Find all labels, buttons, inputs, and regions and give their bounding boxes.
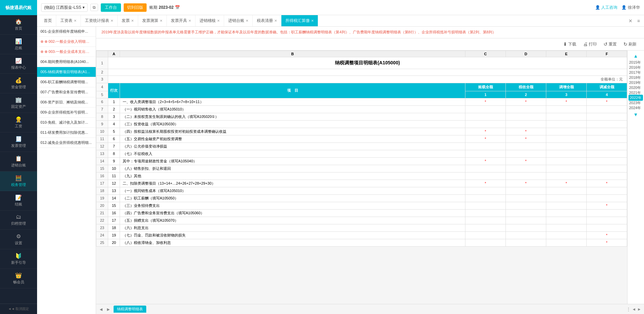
tab-salary-stats[interactable]: 工资统计报表 ✕ [81, 15, 118, 26]
table-row[interactable]: 16 11 （九）其他 [96, 172, 627, 180]
table-row[interactable]: 11 6 （五）交易性金融资产初始投资调整 * * [96, 135, 627, 143]
print-button[interactable]: 🖨 打印 [581, 40, 599, 48]
left-panel-item-8[interactable]: 009-企业所得税抵补亏损明... [37, 107, 96, 118]
table-row[interactable]: 7 2 （一）视同销售收入（填写A105010） [96, 105, 627, 113]
tab-invoice-open-close[interactable]: ✕ [188, 19, 191, 23]
table-row[interactable]: 15 10 （八）销售折扣、折让和退回 [96, 165, 627, 172]
left-panel-item-5[interactable]: 006-职工薪酬纳税调整明细... [37, 77, 96, 87]
reset-button[interactable]: ↺ 重置 [602, 40, 619, 48]
left-panel-item-4[interactable]: 005-纳税调整项目明细表(A1... [37, 67, 96, 77]
unpin-button[interactable]: ◄◄ 取消固定 [0, 304, 37, 314]
sidebar-item-vip[interactable]: 👑 畅会员 [0, 269, 37, 288]
tab-check-close[interactable]: ✕ [217, 19, 220, 23]
sidebar-item-assets[interactable]: 🏢 固定资产 [0, 93, 37, 113]
table-row[interactable]: 21 16 （四）广告费和业务宣传费支出（填写A105060） [96, 209, 627, 217]
table-row[interactable]: 6 1 一、收入类调整项目（2+3+4+5+6+7+8+10+11） * * *… [96, 98, 627, 105]
table-row[interactable]: 10 5 （四）按权益法核算长期股权投资对初始投资成本调整确认收益 * * [96, 128, 627, 135]
purchase-sales-icon: 📋 [15, 155, 22, 162]
table-row[interactable]: 18 13 （一）视同销售成本（填写A105010） [96, 187, 627, 194]
sidebar-item-closing[interactable]: 📝 结账 [0, 191, 37, 211]
sheet-tab-main[interactable]: 纳税调整明细表 [114, 306, 146, 313]
scroll-right[interactable]: ► [637, 307, 641, 312]
sidebar-item-reports[interactable]: 📈 报表中心 [0, 54, 37, 74]
table-row[interactable]: 13 8 （七）不征税收入 [96, 150, 627, 157]
sidebar-item-finance[interactable]: 💰 资金管理 [0, 74, 37, 93]
sidebar-item-settings[interactable]: ⚙ 设置 [0, 230, 37, 249]
refresh-button[interactable]: ↻ 刷新 [621, 40, 639, 48]
content-area: 001-企业所得税年度纳税申...⊗ 002-一般企业收入明细表(A1...⊗ … [37, 27, 644, 314]
period-calendar-icon[interactable]: 📅 [175, 5, 180, 10]
sheet-main[interactable]: A B C D E F 1 纳税调整项目明细表(A105000)23 全额单位：… [96, 51, 627, 304]
left-panel-item-1[interactable]: ⊗ 002-一般企业收入明细表(A1... [37, 37, 96, 47]
tab-invoice-calc[interactable]: 发票测算 ✕ [138, 15, 167, 26]
close-tab-button[interactable]: ✕ [627, 18, 634, 24]
sidebar-item-purchase-sales[interactable]: 📋 进销台账 [0, 152, 37, 171]
scroll-left[interactable]: ◄ [632, 307, 636, 312]
sidebar-item-guide[interactable]: 🔰 新手引导 [0, 249, 37, 269]
left-panel-item-0[interactable]: 001-企业所得税年度纳税申... [37, 27, 96, 37]
tab-salary-close[interactable]: ✕ [74, 19, 76, 23]
table-row[interactable]: 23 18 （六）利息支出 [96, 224, 627, 231]
tab-salary-stats-close[interactable]: ✕ [111, 19, 113, 23]
tab-invoice-open[interactable]: 发票开具 ✕ [167, 15, 195, 26]
left-panel-item-2[interactable]: ⊗ 003-一般企业成本支出明细... [37, 47, 96, 57]
tab-tax-table-label: 税表清册 [257, 18, 273, 24]
sidebar-item-guide-label: 新手引导 [11, 260, 26, 265]
year-up-button[interactable]: ▲ [634, 53, 638, 59]
sidebar-item-archive[interactable]: 🗂 归档管理 [0, 211, 37, 230]
left-panel-item-7[interactable]: 008-资产折旧、摊销及纳税... [37, 97, 96, 107]
left-panel-item-3[interactable]: 004-期间费用明细表(A1040... [37, 57, 96, 67]
tab-invoice-close[interactable]: ✕ [131, 19, 134, 23]
copy-button[interactable]: ⧉ [90, 4, 98, 11]
download-button[interactable]: ⬇ 下载 [561, 40, 578, 48]
tab-check[interactable]: 进销稽核 ✕ [195, 15, 224, 26]
tab-tax-table[interactable]: 税表清册 ✕ [253, 15, 281, 26]
left-panel-item-6[interactable]: 007-广告费和业务宣传费明... [37, 87, 96, 97]
warning-bar: 2019年度涉及取以前年度继续数据的申报表单元格需要手工维护正确，才能保证本年及… [96, 27, 644, 38]
tab-ledger-close[interactable]: ✕ [246, 19, 248, 23]
company-selector[interactable]: (物副) 江西股金-LSS ▾ [41, 3, 88, 12]
tab-invoice-calc-close[interactable]: ✕ [160, 19, 162, 23]
year-down-button[interactable]: ▼ [634, 112, 638, 117]
table-row[interactable]: 24 19 （七）罚金、罚款和被没收财物的损失 * [96, 231, 627, 239]
support-link[interactable]: 👤 人工咨询 [595, 5, 617, 10]
sheet-nav-right[interactable]: ► [106, 307, 111, 312]
tab-salary[interactable]: 工资表 ✕ [56, 15, 81, 26]
tab-home[interactable]: 首页 [40, 15, 56, 26]
switch-button[interactable]: 切到旧版 [124, 3, 147, 12]
sidebar-item-salary[interactable]: 👷 工资 [0, 113, 37, 132]
tab-invoice[interactable]: 发票 ✕ [118, 15, 138, 26]
tab-ledger[interactable]: 进销台账 ✕ [224, 15, 253, 26]
left-panel-item-11[interactable]: 012-减免企业所得税优惠明细... [37, 138, 96, 148]
sidebar-item-invoice[interactable]: 🧾 发票管理 [0, 132, 37, 152]
sidebar-item-home[interactable]: 🏠 首页 [0, 15, 37, 35]
sidebar-item-tax[interactable]: 🧮 税务管理 [0, 171, 37, 191]
table-row[interactable]: 22 17 （五）捐赠支出（填写A105070） [96, 217, 627, 224]
tab-tax-table-close[interactable]: ✕ [274, 19, 277, 23]
sidebar-item-ledger[interactable]: 📊 总账 [0, 35, 37, 54]
user-menu[interactable]: 👤 徐泽华 [621, 5, 640, 10]
table-row[interactable]: 12 7 （六）公允价值变动净损益 [96, 143, 627, 150]
left-panel-item-10[interactable]: 011-研发费用加计扣除优惠... [37, 128, 96, 138]
table-row[interactable]: 9 4 （三）投资收益（填写A105030） [96, 120, 627, 128]
vip-icon: 👑 [15, 272, 22, 279]
sidebar-item-salary-label: 工资 [15, 124, 22, 129]
header-row-1: 4 行次 项 目 账载全额 税收全额 调增全额 调减全额 [96, 83, 627, 91]
user-avatar-icon: 👤 [621, 5, 626, 10]
table-row[interactable]: 14 9 其中：专项用途财政性资金（填写A105040） * * [96, 157, 627, 165]
more-tabs-button[interactable]: ≡ [636, 18, 641, 24]
table-row[interactable]: 17 12 二、扣除类调整项目（13+14+…24+26+27+28+29+30… [96, 180, 627, 187]
sheet-nav-left[interactable]: ◄ [99, 307, 103, 312]
table-row[interactable]: 20 15 （三）业务招待费支出 * [96, 202, 627, 209]
table-row[interactable]: 19 14 （二）职工薪酬（填写A105050） [96, 194, 627, 202]
title-row: 1 纳税调整项目明细表(A105000) [96, 57, 627, 69]
tab-income-tax-close[interactable]: ✕ [311, 19, 314, 23]
year-btn-9[interactable]: 2024年 [628, 105, 642, 111]
sidebar-item-settings-label: 设置 [15, 241, 22, 246]
workbench-button[interactable]: 工作台 [101, 3, 121, 12]
table-row[interactable]: 8 3 （二）未按权责发生制原则确认的收入（填写A105020①） [96, 113, 627, 120]
tab-income-tax[interactable]: 所得税汇算缴 ✕ [281, 15, 318, 26]
sheet-tab-bar: ◄ ► 纳税调整明细表 ⋮ ◄ ► [96, 304, 644, 314]
left-panel-item-9[interactable]: 010-免税、减计收入及加计... [37, 118, 96, 128]
table-row[interactable]: 25 20 （八）税收滞纳金、加收利息 * [96, 239, 627, 246]
